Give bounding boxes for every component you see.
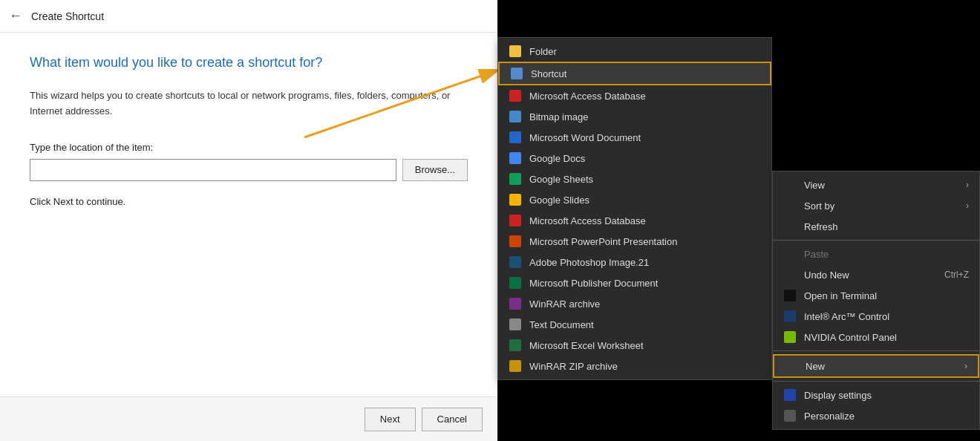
cancel-button[interactable]: Cancel <box>422 408 483 431</box>
new-submenu-item-gslides[interactable]: Google Slides <box>498 189 771 210</box>
ctx-label-paste: Paste <box>804 249 969 260</box>
dialog-hint: Click Next to continue. <box>30 196 468 207</box>
ctx-item-new[interactable]: New› <box>773 354 979 378</box>
winrarzip-icon <box>509 359 522 373</box>
ctx-item-personalize[interactable]: Personalize <box>773 405 979 426</box>
new-submenu-label-ms-access: Microsoft Access Database <box>529 91 761 102</box>
photoshop-icon <box>509 255 522 269</box>
new-submenu-item-publisher[interactable]: Microsoft Publisher Document <box>498 272 771 293</box>
new-submenu-item-photoshop[interactable]: Adobe Photoshop Image.21 <box>498 252 771 272</box>
separator-sep1 <box>773 240 979 241</box>
dialog-title: Create Shortcut <box>31 10 104 22</box>
bitmap-icon <box>509 110 522 123</box>
new-submenu-label-gslides: Google Slides <box>529 195 761 206</box>
new-submenu-item-gdocs[interactable]: Google Docs <box>498 148 771 169</box>
folder-icon <box>509 45 522 58</box>
new-submenu-item-winrar[interactable]: WinRAR archive <box>498 293 771 314</box>
new-submenu-label-winrar: WinRAR archive <box>529 298 761 310</box>
ctx-label-sort-by: Sort by <box>804 200 958 212</box>
ctx-item-paste: Paste <box>773 244 979 264</box>
dialog-body: What item would you like to create a sho… <box>0 33 497 396</box>
separator-sep3 <box>773 381 979 382</box>
gdocs-icon <box>509 151 522 165</box>
new-submenu-item-folder[interactable]: Folder <box>498 41 771 62</box>
ctx-item-view[interactable]: View› <box>773 174 979 195</box>
browse-button[interactable]: Browse... <box>402 159 468 181</box>
new-submenu-item-ppt[interactable]: Microsoft PowerPoint Presentation <box>498 231 771 252</box>
new-submenu-item-winrarzip[interactable]: WinRAR ZIP archive <box>498 356 771 376</box>
new-submenu-label-folder: Folder <box>529 46 761 57</box>
new-submenu-item-word[interactable]: Microsoft Word Document <box>498 127 771 148</box>
ctx-item-open-terminal[interactable]: Open in Terminal <box>773 285 979 306</box>
display-icon <box>783 388 797 402</box>
paste-icon <box>783 247 797 261</box>
ctx-item-nvidia[interactable]: NVIDIA Control Panel <box>773 327 979 347</box>
ctx-label-display: Display settings <box>804 390 969 401</box>
new-submenu-label-gsheets: Google Sheets <box>529 174 761 185</box>
new-submenu-item-txt[interactable]: Text Document <box>498 314 771 335</box>
ctx-shortcut-undo-new: Ctrl+Z <box>944 270 969 280</box>
new-submenu-item-ms-access[interactable]: Microsoft Access Database <box>498 85 771 106</box>
ctx-label-view: View <box>804 180 958 191</box>
location-input[interactable] <box>30 159 396 181</box>
ctx-label-open-terminal: Open in Terminal <box>804 290 969 301</box>
nvidia-icon <box>783 330 797 344</box>
access-icon <box>509 89 522 102</box>
undo-new-icon <box>783 268 797 281</box>
dialog-titlebar: ← Create Shortcut <box>0 0 497 33</box>
ctx-item-arc[interactable]: Intel® Arc™ Control <box>773 306 979 327</box>
dialog-footer: Next Cancel <box>0 396 497 441</box>
ctx-label-undo-new: Undo New <box>804 270 937 281</box>
word-icon <box>509 131 522 144</box>
txt-icon <box>509 318 522 331</box>
new-submenu-label-photoshop: Adobe Photoshop Image.21 <box>529 257 761 268</box>
terminal-icon <box>783 289 797 302</box>
ctx-label-refresh: Refresh <box>804 221 969 232</box>
ctx-item-refresh[interactable]: Refresh <box>773 216 979 237</box>
publisher-icon <box>509 276 522 290</box>
ctx-label-arc: Intel® Arc™ Control <box>804 311 969 322</box>
refresh-icon <box>783 220 797 233</box>
new-submenu-item-excel[interactable]: Microsoft Excel Worksheet <box>498 335 771 356</box>
separator-sep2 <box>773 350 979 351</box>
new-icon <box>785 359 798 373</box>
ctx-item-sort-by[interactable]: Sort by› <box>773 195 979 216</box>
gsheets-icon <box>509 172 522 186</box>
ctx-arrow-view: › <box>966 180 969 190</box>
ctx-item-undo-new[interactable]: Undo NewCtrl+Z <box>773 264 979 285</box>
new-submenu-label-winrarzip: WinRAR ZIP archive <box>529 361 761 372</box>
new-submenu-label-excel: Microsoft Excel Worksheet <box>529 340 761 351</box>
next-button[interactable]: Next <box>365 408 416 431</box>
ctx-arrow-sort-by: › <box>966 200 969 211</box>
gslides-icon <box>509 193 522 206</box>
new-submenu-label-ms-access2: Microsoft Access Database <box>529 215 761 226</box>
sort-by-icon <box>783 199 797 212</box>
ctx-arrow-new: › <box>964 361 967 371</box>
new-submenu-label-publisher: Microsoft Publisher Document <box>529 278 761 289</box>
shortcut-icon <box>510 67 523 80</box>
new-submenu-label-word: Microsoft Word Document <box>529 132 761 143</box>
winrar-icon <box>509 297 522 310</box>
new-submenu-label-txt: Text Document <box>529 319 761 330</box>
location-input-row: Browse... <box>30 159 468 181</box>
context-menu: View›Sort by›RefreshPasteUndo NewCtrl+ZO… <box>772 171 980 430</box>
excel-icon <box>509 339 522 352</box>
new-submenu-label-bitmap: Bitmap image <box>529 111 761 122</box>
arc-icon <box>783 310 797 323</box>
create-shortcut-dialog: ← Create Shortcut What item would you li… <box>0 0 497 441</box>
ctx-label-personalize: Personalize <box>804 411 969 422</box>
new-submenu-item-shortcut[interactable]: Shortcut <box>498 62 771 85</box>
back-icon[interactable]: ← <box>9 8 22 24</box>
view-icon <box>783 178 797 192</box>
new-submenu-item-ms-access2[interactable]: Microsoft Access Database <box>498 210 771 231</box>
ctx-item-display[interactable]: Display settings <box>773 385 979 405</box>
new-submenu-label-ppt: Microsoft PowerPoint Presentation <box>529 236 761 247</box>
new-submenu-item-gsheets[interactable]: Google Sheets <box>498 169 771 189</box>
new-submenu-label-shortcut: Shortcut <box>531 68 760 79</box>
dialog-question: What item would you like to create a sho… <box>30 55 468 71</box>
ctx-label-new: New <box>806 361 957 372</box>
personalize-icon <box>783 409 797 422</box>
ppt-icon <box>509 235 522 248</box>
new-submenu-label-gdocs: Google Docs <box>529 153 761 164</box>
new-submenu-item-bitmap[interactable]: Bitmap image <box>498 106 771 127</box>
